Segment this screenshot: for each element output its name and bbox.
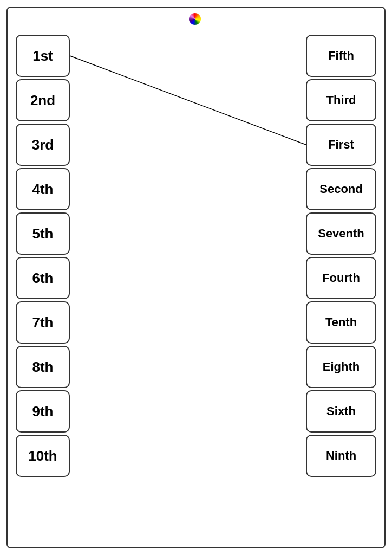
word-box-3: First xyxy=(306,124,376,166)
word-box-4: Second xyxy=(306,168,376,210)
word-box-5: Seventh xyxy=(306,212,376,255)
left-column: 1st2nd3rd4th5th6th7th8th9th10th xyxy=(16,35,70,477)
number-box-7: 7th xyxy=(16,301,70,344)
number-box-3: 3rd xyxy=(16,124,70,166)
word-box-8: Eighth xyxy=(306,346,376,388)
content-area: 1st2nd3rd4th5th6th7th8th9th10th FifthThi… xyxy=(16,35,376,542)
word-box-1: Fifth xyxy=(306,35,376,77)
word-box-6: Fourth xyxy=(306,257,376,299)
number-box-8: 8th xyxy=(16,346,70,388)
logo-area xyxy=(189,13,203,25)
word-box-7: Tenth xyxy=(306,301,376,344)
word-box-2: Third xyxy=(306,79,376,121)
number-box-10: 10th xyxy=(16,435,70,477)
number-box-6: 6th xyxy=(16,257,70,299)
right-column: FifthThirdFirstSecondSeventhFourthTenthE… xyxy=(306,35,376,477)
logo-icon xyxy=(189,13,201,25)
number-box-9: 9th xyxy=(16,390,70,433)
number-box-2: 2nd xyxy=(16,79,70,121)
number-box-5: 5th xyxy=(16,212,70,255)
word-box-9: Sixth xyxy=(306,390,376,433)
number-box-4: 4th xyxy=(16,168,70,210)
svg-line-0 xyxy=(70,56,306,145)
number-box-1: 1st xyxy=(16,35,70,77)
header xyxy=(16,13,376,31)
word-box-10: Ninth xyxy=(306,435,376,477)
page: 1st2nd3rd4th5th6th7th8th9th10th FifthThi… xyxy=(6,7,386,548)
